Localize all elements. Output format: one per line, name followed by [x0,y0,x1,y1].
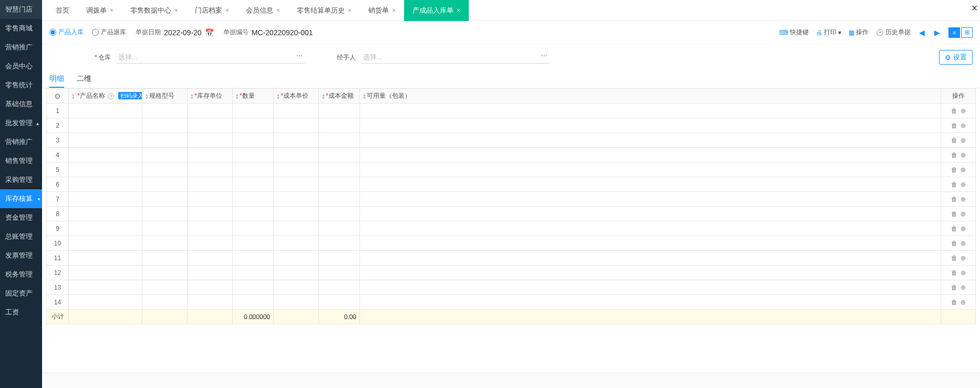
cell[interactable] [319,221,360,236]
cell[interactable] [274,251,319,266]
cell[interactable] [360,207,941,221]
cell[interactable] [188,280,233,295]
tab-3[interactable]: 门店档案× [187,0,238,21]
cell[interactable] [69,236,142,251]
add-row-icon[interactable]: ⊕ [961,269,966,277]
table-row[interactable]: 6🗑⊕ [47,177,976,192]
cell[interactable] [360,236,941,251]
cell[interactable] [319,280,360,295]
history-button[interactable]: 🕑历史单据 [876,28,911,37]
add-row-icon[interactable]: ⊕ [961,210,966,218]
cell[interactable] [233,207,274,221]
sidebar-item-15[interactable]: 固定资产 [0,284,42,303]
cell[interactable] [319,295,360,310]
add-row-icon[interactable]: ⊕ [961,181,966,188]
sidebar-item-9[interactable]: 采购管理 [0,170,42,189]
cell[interactable] [319,118,360,133]
table-row[interactable]: 8🗑⊕ [47,207,976,221]
add-row-icon[interactable]: ⊕ [961,240,966,247]
cell[interactable] [142,280,188,295]
radio-product-out[interactable]: 产品退库 [92,28,126,37]
sidebar-item-8[interactable]: 销售管理 [0,151,42,170]
delete-row-icon[interactable]: 🗑 [951,254,957,262]
cell[interactable] [319,162,360,177]
cell[interactable] [69,148,142,162]
cell[interactable] [188,148,233,162]
cell[interactable] [360,295,941,310]
cell[interactable] [233,251,274,266]
cell[interactable] [360,133,941,148]
close-icon[interactable]: × [225,7,229,14]
col-spec[interactable]: ▴▾规格型号 [142,89,188,104]
cell[interactable] [188,133,233,148]
cell[interactable] [233,236,274,251]
cell[interactable] [360,280,941,295]
table-row[interactable]: 12🗑⊕ [47,266,976,280]
cell[interactable] [274,266,319,280]
table-row[interactable]: 10🗑⊕ [47,236,976,251]
tab-2[interactable]: 零售数据中心× [122,0,187,21]
sidebar-item-0[interactable]: 智慧门店 [0,0,42,19]
cell[interactable] [142,221,188,236]
close-icon[interactable]: × [276,7,280,14]
cell[interactable] [274,148,319,162]
warehouse-more-icon[interactable]: ⋯ [296,52,303,59]
delete-row-icon[interactable]: 🗑 [951,196,957,203]
table-row[interactable]: 9🗑⊕ [47,221,976,236]
table-row[interactable]: 13🗑⊕ [47,280,976,295]
cell[interactable] [274,104,319,118]
cell[interactable] [360,177,941,192]
delete-row-icon[interactable]: 🗑 [951,137,957,144]
add-row-icon[interactable]: ⊕ [961,122,966,129]
add-row-icon[interactable]: ⊕ [961,196,966,203]
close-icon[interactable]: × [392,7,396,14]
cell[interactable] [69,207,142,221]
cell[interactable] [360,162,941,177]
cell[interactable] [188,162,233,177]
tab-6[interactable]: 销货单× [360,0,404,21]
table-row[interactable]: 2🗑⊕ [47,118,976,133]
cell[interactable] [319,177,360,192]
cell[interactable] [69,251,142,266]
cell[interactable] [188,236,233,251]
cell[interactable] [233,280,274,295]
add-row-icon[interactable]: ⊕ [961,166,966,173]
cell[interactable] [69,162,142,177]
cell[interactable] [233,177,274,192]
close-icon[interactable]: × [348,7,352,14]
cell[interactable] [142,148,188,162]
add-row-icon[interactable]: ⊕ [961,299,966,306]
sidebar-item-1[interactable]: 零售商城 [0,19,42,38]
cell[interactable] [274,177,319,192]
tab-detail[interactable]: 明细 [49,70,64,88]
cell[interactable] [233,162,274,177]
cell[interactable] [233,221,274,236]
cell[interactable] [188,221,233,236]
cell[interactable] [233,118,274,133]
col-product[interactable]: ▴▾ *产品名称 ? 扫码录入 [69,89,142,104]
delete-row-icon[interactable]: 🗑 [951,210,957,218]
cell[interactable] [233,192,274,207]
next-doc-icon[interactable]: ▶ [933,28,941,37]
cell[interactable] [69,133,142,148]
cell[interactable] [360,148,941,162]
prev-doc-icon[interactable]: ◀ [918,28,926,37]
cell[interactable] [188,177,233,192]
delete-row-icon[interactable]: 🗑 [951,181,957,188]
cell[interactable] [274,221,319,236]
cell[interactable] [142,236,188,251]
close-icon[interactable]: × [174,7,178,14]
table-row[interactable]: 1🗑⊕ [47,104,976,118]
cell[interactable] [360,104,941,118]
cell[interactable] [69,280,142,295]
cell[interactable] [319,133,360,148]
cell[interactable] [233,104,274,118]
print-button[interactable]: 🖨打印 ▾ [816,28,841,37]
cell[interactable] [360,192,941,207]
doc-date-field[interactable]: 单据日期 2022-09-20 📅 [136,28,214,37]
cell[interactable] [142,251,188,266]
delete-row-icon[interactable]: 🗑 [951,122,957,129]
cell[interactable] [69,192,142,207]
calendar-icon[interactable]: 📅 [205,28,214,37]
cell[interactable] [274,295,319,310]
